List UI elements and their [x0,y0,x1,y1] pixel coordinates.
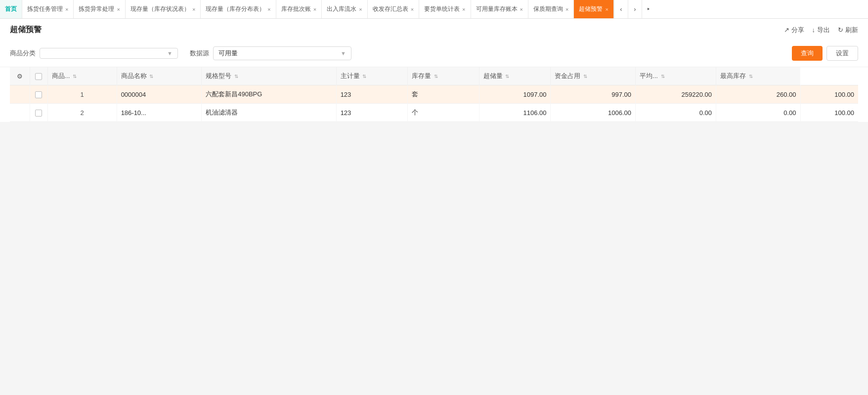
col-average[interactable]: 平均... ⇅ [636,67,716,85]
data-table: ⚙ 商品... ⇅ 商品名称 ⇅ 规格型号 ⇅ 主计量 [10,67,858,122]
row-overstock: 1006.00 [551,104,636,122]
row-num-checkbox [30,85,47,104]
category-filter: 商品分类 ▼ [10,48,178,59]
sort-icon: ⇅ [505,74,509,79]
filter-actions: 查询 设置 [792,46,858,61]
row-name: 六配套新昌490BPG [202,85,336,104]
category-label: 商品分类 [10,49,36,58]
col-gear[interactable]: ⚙ [10,67,30,85]
sort-icon: ⇅ [661,74,665,79]
datasource-label: 数据源 [190,49,209,58]
table-header-row: ⚙ 商品... ⇅ 商品名称 ⇅ 规格型号 ⇅ 主计量 [10,67,858,85]
col-spec[interactable]: 规格型号 ⇅ [202,67,336,85]
category-select[interactable]: ▼ [40,48,178,59]
nav-tab-shoufa-huizong[interactable]: 收发存汇总表 × [368,0,419,19]
row-maxstock: 100.00 [800,85,858,104]
col-maxstock[interactable]: 最高库存 ⇅ [716,67,801,85]
refresh-icon: ↻ [838,26,843,34]
col-stock[interactable]: 库存量 ⇅ [408,67,479,85]
table-row: 1 0000004 六配套新昌490BPG 123 套 1097.00 997.… [10,85,858,104]
sort-icon: ⇅ [749,74,753,79]
settings-button[interactable]: 设置 [826,46,858,61]
close-icon[interactable]: × [313,6,316,12]
col-unit[interactable]: 主计量 ⇅ [336,67,408,85]
nav-tab-yaohuo-tongji[interactable]: 要货单统计表 × [419,0,471,19]
nav-tab-keyongliang[interactable]: 可用量库存账本 × [471,0,528,19]
row-unit: 个 [408,104,479,122]
filter-bar: 商品分类 ▼ 数据源 可用量 ▼ 查询 设置 [0,40,868,67]
nav-tab-jianhuo[interactable]: 拣货任务管理 × [22,0,74,19]
close-icon[interactable]: × [65,6,68,12]
row-spec: 123 [336,85,408,104]
close-icon[interactable]: × [605,6,608,12]
row-overstock: 997.00 [551,85,636,104]
export-icon: ↓ [812,26,816,34]
row-maxstock: 100.00 [800,104,858,122]
sort-icon: ⇅ [73,74,77,79]
close-icon[interactable]: × [267,6,270,12]
row-gear [10,104,30,122]
close-icon[interactable]: × [411,6,414,12]
close-icon[interactable]: × [192,6,195,12]
page-header: 超储预警 ↗ 分享 ↓ 导出 ↻ 刷新 [0,19,868,40]
close-icon[interactable]: × [462,6,465,12]
row-capital: 259220.00 [636,85,716,104]
nav-tab-kucun-pizhang[interactable]: 库存批次账 × [276,0,322,19]
sort-icon: ⇅ [583,74,587,79]
nav-tab-churu-liushui[interactable]: 出入库流水 × [322,0,367,19]
table-row: 2 186-10... 机油滤清器 123 个 1106.00 1006.00 … [10,104,858,122]
nav-arrow-right[interactable]: › [628,0,642,19]
export-button[interactable]: ↓ 导出 [812,26,830,35]
col-overstock[interactable]: 超储量 ⇅ [479,67,551,85]
row-average: 260.00 [716,85,801,104]
close-icon[interactable]: × [565,6,568,12]
nav-tab-jianhuo-yichang[interactable]: 拣货异常处理 × [74,0,125,19]
datasource-select[interactable]: 可用量 ▼ [213,46,351,60]
datasource-filter: 数据源 可用量 ▼ [190,46,351,60]
row-index: 1 [47,85,117,104]
row-unit: 套 [408,85,479,104]
row-checkbox[interactable] [35,91,42,98]
page-title: 超储预警 [10,25,42,35]
nav-tab-baozhi[interactable]: 保质期查询 × [528,0,574,19]
share-button[interactable]: ↗ 分享 [784,26,804,35]
row-capital: 0.00 [636,104,716,122]
row-code: 0000004 [117,85,202,104]
row-num-checkbox [30,104,47,122]
nav-arrow-expand[interactable]: ‣ [642,0,655,19]
row-name: 机油滤清器 [202,104,336,122]
nav-arrow-left[interactable]: ‹ [614,0,628,19]
close-icon[interactable]: × [117,6,120,12]
row-stock: 1106.00 [479,104,551,122]
sort-icon: ⇅ [434,74,438,79]
col-name[interactable]: 商品名称 ⇅ [117,67,202,85]
top-nav: 首页 拣货任务管理 × 拣货异常处理 × 现存量（库存状况表） × 现存量（库存… [0,0,868,19]
header-actions: ↗ 分享 ↓ 导出 ↻ 刷新 [784,26,859,35]
col-checkbox [30,67,47,85]
sort-icon: ⇅ [234,74,238,79]
chevron-down-icon: ▼ [167,50,173,56]
col-code[interactable]: 商品... ⇅ [47,67,117,85]
row-spec: 123 [336,104,408,122]
row-index: 2 [47,104,117,122]
nav-tab-chaochuyujing[interactable]: 超储预警 × [574,0,613,19]
sort-icon: ⇅ [149,74,153,79]
sort-icon: ⇅ [362,74,366,79]
datasource-value: 可用量 [218,49,238,58]
nav-tab-xiancunliang2[interactable]: 现存量（库存分布表） × [201,0,276,19]
nav-home[interactable]: 首页 [0,0,22,19]
header-checkbox[interactable] [35,73,42,80]
row-average: 0.00 [716,104,801,122]
query-button[interactable]: 查询 [792,46,823,61]
col-capital[interactable]: 资金占用 ⇅ [551,67,636,85]
nav-tab-xiancunliang1[interactable]: 现存量（库存状况表） × [126,0,201,19]
close-icon[interactable]: × [359,6,362,12]
table-container: ⚙ 商品... ⇅ 商品名称 ⇅ 规格型号 ⇅ 主计量 [0,67,868,122]
gear-icon[interactable]: ⚙ [17,73,23,80]
refresh-button[interactable]: ↻ 刷新 [838,26,858,35]
row-stock: 1097.00 [479,85,551,104]
share-icon: ↗ [784,26,789,34]
row-checkbox[interactable] [35,110,42,117]
close-icon[interactable]: × [520,6,523,12]
row-gear [10,85,30,104]
